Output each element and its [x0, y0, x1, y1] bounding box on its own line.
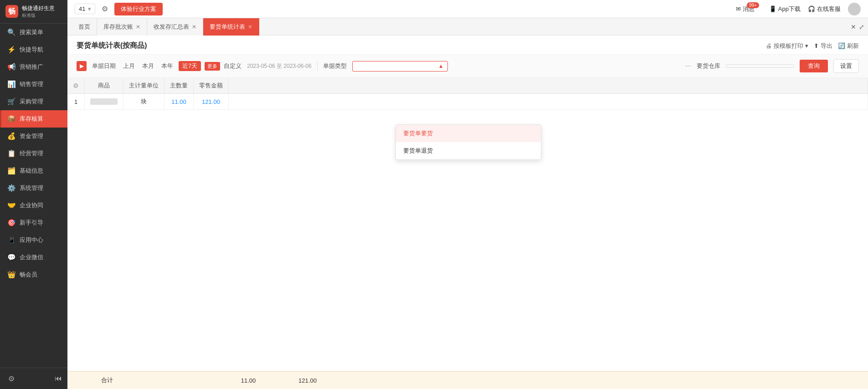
shortcuts-icon: ⚡ — [7, 46, 16, 54]
sidebar-item-appcenter[interactable]: 📱 应用中心 — [0, 231, 67, 249]
query-button[interactable]: 查询 — [800, 60, 828, 72]
cell-quantity: 11.00 — [164, 94, 194, 110]
sidebar-scroll: 🔍 搜索菜单 ⚡ 快捷导航 📢 营销推广 📊 销售管理 🛒 采购管理 📦 库存核… — [0, 24, 67, 368]
print-button[interactable]: 🖨 按模板打印 ▾ — [766, 42, 808, 50]
type-input-chevron-icon[interactable]: ▲ — [438, 63, 444, 69]
col-header-settings: ⚙ — [67, 78, 85, 94]
page-actions: 🖨 按模板打印 ▾ ⬆ 导出 🔄 刷新 — [766, 42, 859, 50]
sidebar-item-label: 资金管理 — [20, 132, 43, 140]
tab-demand-stats[interactable]: 要货单统计表 ✕ — [203, 18, 259, 36]
topbar: 41 ▾ ⚙ 体验行业方案 ✉ 消息 99+ 📱 App下载 🎧 在线客服 — [67, 0, 868, 18]
table-settings-icon[interactable]: ⚙ — [73, 82, 79, 89]
quantity-link[interactable]: 11.00 — [171, 98, 186, 105]
settings-button[interactable]: 设置 — [833, 59, 859, 73]
sidebar-item-inventory[interactable]: 📦 库存核算 — [0, 110, 67, 128]
sidebar-item-sales[interactable]: 📊 销售管理 — [0, 76, 67, 93]
system-icon: ⚙️ — [7, 184, 16, 192]
tab-inventory-batch-label: 库存批次账 — [103, 23, 133, 31]
date-shortcut-this-month[interactable]: 本月 — [140, 61, 156, 71]
filter-expand-button[interactable]: ▶ — [77, 61, 87, 71]
date-shortcut-custom[interactable]: 自定义 — [224, 62, 241, 70]
table-row: 1 块 11.00 121.00 — [67, 94, 868, 110]
sidebar-item-shortcuts[interactable]: ⚡ 快捷导航 — [0, 41, 67, 58]
sidebar-item-search[interactable]: 🔍 搜索菜单 — [0, 24, 67, 41]
app-download-button[interactable]: 📱 App下载 — [769, 5, 801, 13]
sidebar-item-operations[interactable]: 📋 经营管理 — [0, 145, 67, 162]
sidebar-item-label: 搜索菜单 — [20, 28, 43, 36]
print-icon: 🖨 — [766, 42, 772, 49]
refresh-button[interactable]: 🔄 刷新 — [838, 42, 859, 50]
sidebar-settings-icon[interactable]: ⚙ — [5, 373, 17, 384]
marketing-icon: 📢 — [7, 63, 16, 71]
enterprise-icon: 🤝 — [7, 201, 16, 210]
headset-icon: 🎧 — [808, 5, 815, 12]
company-selector[interactable]: 41 ▾ — [75, 4, 95, 14]
col-header-quantity: 主数量 — [164, 78, 194, 94]
col-header-unit: 主计量单位 — [123, 78, 164, 94]
tab-home-label: 首页 — [78, 23, 90, 31]
dropdown-item-demand-order[interactable]: 要货单要货 — [396, 125, 541, 142]
tab-home[interactable]: 首页 — [72, 18, 97, 36]
purchase-icon: 🛒 — [7, 97, 16, 106]
sidebar-item-enterprise[interactable]: 🤝 企业协同 — [0, 197, 67, 214]
tab-collection-summary-label: 收发存汇总表 — [154, 23, 189, 31]
sales-icon: 📊 — [7, 80, 16, 88]
type-input[interactable] — [356, 63, 438, 70]
footer-label: 合计 — [96, 376, 164, 384]
sidebar-item-finance[interactable]: 💰 资金管理 — [0, 128, 67, 145]
cell-unit: 块 — [123, 94, 164, 110]
sidebar-collapse-icon[interactable]: ⏮ — [55, 374, 62, 383]
messages-button[interactable]: ✉ 消息 99+ — [736, 5, 755, 13]
sidebar-item-label: 系统管理 — [20, 184, 43, 192]
member-icon: 👑 — [7, 271, 16, 279]
tab-demand-stats-close[interactable]: ✕ — [248, 24, 252, 30]
date-range-display: 2023-05-06 至 2023-06-06 — [247, 62, 311, 70]
table-wrapper: ⚙ 商品 主计量单位 主数量 零售金额 1 — [67, 78, 868, 110]
sidebar-item-system[interactable]: ⚙️ 系统管理 — [0, 179, 67, 197]
tabs-close-all-icon[interactable]: ✕ — [851, 23, 856, 31]
cell-product — [85, 94, 123, 110]
sidebar-item-basic[interactable]: 🗂️ 基础信息 — [0, 162, 67, 179]
export-button[interactable]: ⬆ 导出 — [814, 42, 832, 50]
amount-link[interactable]: 121.00 — [202, 98, 220, 105]
filter-bar: ▶ 单据日期 上月 本月 本年 近7天 更多 自定义 2023-05-06 至 … — [67, 55, 868, 78]
type-input-box[interactable]: ▲ — [352, 61, 448, 72]
warehouse-input[interactable] — [726, 64, 794, 68]
cell-empty — [229, 94, 868, 110]
page-title: 要货单统计表(按商品) — [77, 41, 147, 51]
topbar-settings-icon[interactable]: ⚙ — [99, 3, 111, 15]
data-table: ⚙ 商品 主计量单位 主数量 零售金额 1 — [67, 78, 868, 110]
tab-collection-summary-close[interactable]: ✕ — [192, 24, 196, 30]
date-more-badge[interactable]: 更多 — [205, 62, 220, 71]
sidebar-item-wechat[interactable]: 💬 企业微信 — [0, 249, 67, 266]
filter-more-button[interactable]: ··· — [685, 62, 691, 70]
date-shortcut-recent7[interactable]: 近7天 — [179, 61, 201, 71]
product-name-placeholder — [90, 98, 118, 105]
online-service-button[interactable]: 🎧 在线客服 — [808, 5, 841, 13]
dropdown-item-demand-return[interactable]: 要货单退货 — [396, 142, 541, 159]
company-value: 41 — [79, 5, 85, 12]
date-shortcut-last-month[interactable]: 上月 — [121, 61, 137, 71]
guide-icon: 🎯 — [7, 219, 16, 227]
avatar-image — [848, 3, 861, 15]
tab-collection-summary[interactable]: 收发存汇总表 ✕ — [147, 18, 203, 36]
sidebar-item-member[interactable]: 👑 畅会员 — [0, 266, 67, 283]
col-header-amount: 零售金额 — [194, 78, 229, 94]
sidebar-item-label: 采购管理 — [20, 97, 43, 106]
date-shortcut-this-year[interactable]: 本年 — [159, 61, 175, 71]
sidebar-item-purchase[interactable]: 🛒 采购管理 — [0, 93, 67, 110]
tab-demand-stats-label: 要货单统计表 — [210, 23, 245, 31]
sidebar-item-marketing[interactable]: 📢 营销推广 — [0, 58, 67, 76]
user-avatar[interactable] — [848, 3, 861, 15]
tabs-maximize-icon[interactable]: ⤢ — [859, 23, 864, 31]
sidebar-item-label: 营销推广 — [20, 63, 43, 71]
sidebar-item-guide[interactable]: 🎯 新手引导 — [0, 214, 67, 231]
phone-icon: 📱 — [769, 5, 776, 12]
selector-chevron-icon: ▾ — [88, 5, 91, 12]
tab-inventory-batch[interactable]: 库存批次账 ✕ — [97, 18, 147, 36]
page-header: 要货单统计表(按商品) 🖨 按模板打印 ▾ ⬆ 导出 🔄 刷新 — [67, 36, 868, 55]
industry-solution-button[interactable]: 体验行业方案 — [114, 3, 163, 15]
tab-inventory-batch-close[interactable]: ✕ — [136, 24, 140, 30]
col-header-product: 商品 — [85, 78, 123, 94]
topbar-right: ✉ 消息 99+ 📱 App下载 🎧 在线客服 — [736, 3, 861, 15]
